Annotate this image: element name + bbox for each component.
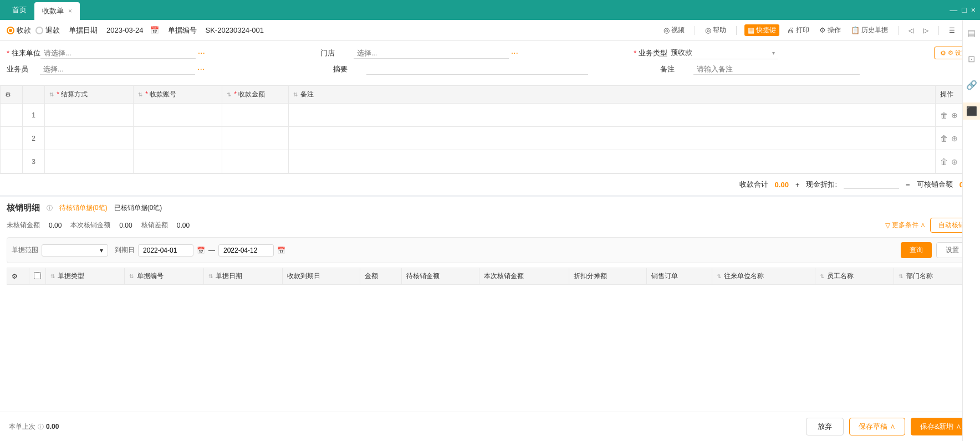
col-remark-label: 备注 bbox=[300, 90, 314, 98]
video-btn[interactable]: ◎ 视频 bbox=[661, 24, 687, 36]
sidebar-icon-1[interactable]: ▤ bbox=[963, 24, 980, 42]
draft-btn[interactable]: 保存草稿 ∧ bbox=[849, 418, 905, 435]
store-input[interactable] bbox=[354, 48, 509, 59]
query-btn[interactable]: 查询 bbox=[901, 242, 932, 258]
btcol-partner[interactable]: ⇅ 往来单位名称 bbox=[712, 268, 815, 285]
row-remark-1[interactable] bbox=[289, 104, 936, 127]
btcol-staff[interactable]: ⇅ 员工名称 bbox=[815, 268, 894, 285]
gear-icon: ⚙ bbox=[940, 49, 946, 57]
print-label: 打印 bbox=[796, 25, 809, 35]
due-date-from-input[interactable] bbox=[138, 244, 193, 257]
row-settle-2[interactable] bbox=[45, 127, 134, 150]
calendar-icon-from[interactable]: 📅 bbox=[197, 247, 205, 254]
staff-input[interactable] bbox=[40, 64, 195, 75]
sort-icon3: ⇅ bbox=[227, 91, 231, 98]
date-value[interactable]: 2023-03-24 bbox=[106, 26, 144, 34]
delete-icon-2[interactable]: 🗑 bbox=[940, 134, 948, 143]
row-settle-1[interactable] bbox=[45, 104, 134, 127]
tab-receipt[interactable]: 收款单 × bbox=[34, 2, 80, 20]
this-time-label: 本单上次 bbox=[9, 422, 35, 432]
delete-icon-3[interactable]: 🗑 bbox=[940, 157, 948, 166]
calendar-icon[interactable]: 📅 bbox=[150, 26, 159, 34]
btcol-amount: 金额 bbox=[360, 268, 402, 285]
copy-icon-1[interactable]: ⊕ bbox=[951, 111, 958, 120]
btcol-gear[interactable]: ⚙ bbox=[7, 268, 29, 285]
sidebar-icon-4[interactable]: ⬛ bbox=[963, 102, 980, 120]
row-settle-3[interactable] bbox=[45, 150, 134, 173]
divider4 bbox=[938, 26, 939, 35]
tab-home-label: 首页 bbox=[12, 5, 27, 15]
btcol-checkbox[interactable] bbox=[29, 268, 46, 285]
summary-input[interactable] bbox=[366, 64, 588, 75]
refund-radio[interactable]: 退款 bbox=[35, 25, 60, 35]
copy-icon-2[interactable]: ⊕ bbox=[951, 134, 958, 143]
remark-field: 备注 bbox=[660, 64, 973, 75]
business-type-select[interactable]: 预收款 ▾ bbox=[667, 47, 778, 59]
minimize-btn[interactable]: — bbox=[950, 6, 957, 14]
staff-label: 业务员 bbox=[7, 64, 40, 74]
sidebar-icon-3[interactable]: 🔗 bbox=[963, 76, 980, 94]
range-select[interactable]: ▾ bbox=[42, 244, 108, 257]
print-btn[interactable]: 🖨 打印 bbox=[785, 24, 811, 36]
partner-more-icon[interactable]: ··· bbox=[196, 48, 207, 58]
delete-icon-1[interactable]: 🗑 bbox=[940, 111, 948, 120]
footer-info-icon[interactable]: ⓘ bbox=[38, 423, 44, 431]
done-tab[interactable]: 已核销单据(0笔) bbox=[114, 203, 162, 213]
btcol-type[interactable]: ⇅ 单据类型 bbox=[46, 268, 125, 285]
tab-home[interactable]: 首页 bbox=[4, 0, 34, 20]
sort-dept-icon: ⇅ bbox=[899, 273, 903, 279]
close-btn[interactable]: × bbox=[971, 6, 976, 14]
video-label: 视频 bbox=[671, 25, 685, 35]
store-more-icon[interactable]: ··· bbox=[509, 48, 520, 58]
restore-btn[interactable]: □ bbox=[962, 6, 966, 14]
action-btn[interactable]: ⚙ 操作 bbox=[817, 24, 843, 36]
receipt-radio[interactable]: 收款 bbox=[7, 25, 31, 35]
partner-input[interactable] bbox=[40, 48, 196, 59]
row-remark-2[interactable] bbox=[289, 127, 936, 150]
col-number-label: 单据编号 bbox=[137, 272, 164, 280]
due-date-to-input[interactable] bbox=[218, 244, 274, 257]
btcol-dept[interactable]: ⇅ 部门名称 bbox=[894, 268, 973, 285]
row-amount-2[interactable] bbox=[222, 127, 289, 150]
help-btn[interactable]: ◎ 帮助 bbox=[703, 24, 728, 36]
row-remark-3[interactable] bbox=[289, 150, 936, 173]
nav-next-btn[interactable]: ▷ bbox=[921, 25, 931, 35]
verify-info-icon[interactable]: ⓘ bbox=[47, 204, 53, 212]
col-account-header[interactable]: ⇅ * 收款账号 bbox=[134, 86, 222, 104]
business-type-label: 业务类型 bbox=[634, 48, 667, 58]
abandon-btn[interactable]: 放弃 bbox=[806, 418, 844, 435]
remark-input[interactable] bbox=[693, 64, 860, 75]
sidebar-icon-2[interactable]: ⊡ bbox=[963, 50, 980, 68]
tab-close-icon[interactable]: × bbox=[68, 7, 72, 15]
copy-icon-3[interactable]: ⊕ bbox=[951, 157, 958, 166]
row-amount-1[interactable] bbox=[222, 104, 289, 127]
form-area: 往来单位 ··· 门店 ··· 业务类型 预收款 ▾ ⚙ ⚙ 设置 bbox=[0, 41, 980, 85]
partner-field: 往来单位 ··· bbox=[7, 48, 307, 59]
row-amount-3[interactable] bbox=[222, 150, 289, 173]
select-all-checkbox[interactable] bbox=[34, 272, 41, 279]
row-account-2[interactable] bbox=[134, 127, 222, 150]
list-view-btn[interactable]: ☰ bbox=[947, 25, 957, 35]
btcol-date[interactable]: ⇅ 单据日期 bbox=[203, 268, 282, 285]
tab-receipt-label: 收款单 bbox=[42, 6, 64, 16]
pending-tab[interactable]: 待核销单据(0笔) bbox=[59, 203, 108, 213]
history-btn[interactable]: 📋 历史单据 bbox=[849, 24, 890, 36]
receipt-label: 收款 bbox=[17, 25, 31, 35]
col-amount-header[interactable]: ⇅ * 收款金额 bbox=[222, 86, 289, 104]
video-icon: ◎ bbox=[663, 26, 670, 34]
help-icon: ◎ bbox=[705, 26, 711, 34]
row-account-1[interactable] bbox=[134, 104, 222, 127]
more-filter-btn[interactable]: ▽ 更多条件 ∧ bbox=[885, 221, 926, 230]
col-settle-header[interactable]: ⇅ * 结算方式 bbox=[45, 86, 134, 104]
number-value: SK-20230324-001 bbox=[206, 26, 264, 34]
shortcut-btn[interactable]: ▦ 快捷键 bbox=[744, 24, 779, 36]
staff-more-icon[interactable]: ··· bbox=[195, 64, 207, 74]
row-account-3[interactable] bbox=[134, 150, 222, 173]
divider2 bbox=[736, 26, 737, 35]
nav-prev-btn[interactable]: ◁ bbox=[906, 25, 916, 35]
calendar-icon-to[interactable]: 📅 bbox=[277, 247, 285, 254]
discount-input[interactable] bbox=[844, 180, 899, 189]
table-settings-col[interactable]: ⚙ bbox=[1, 86, 23, 104]
btcol-number[interactable]: ⇅ 单据编号 bbox=[125, 268, 203, 285]
business-type-dropdown-icon[interactable]: ▾ bbox=[772, 50, 775, 56]
